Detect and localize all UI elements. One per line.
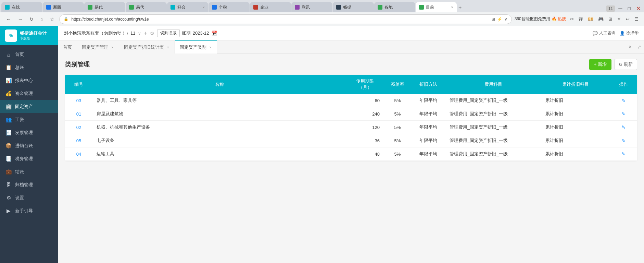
sidebar-item-archive[interactable]: 🗄 归档管理 [0,178,58,191]
expand-tabs-button[interactable]: ⤢ [634,44,644,50]
reload-button[interactable]: ↻ [27,15,36,23]
calendar-button[interactable]: 📅 [211,31,217,36]
sidebar-item-payroll[interactable]: 👥 工资 [0,113,58,126]
sidebar-label-ledger: 总账 [15,64,53,71]
url-bar[interactable]: 🔒 https://cloud.chanjet.com/accounting/u… [59,14,512,24]
edit-button[interactable]: ✎ [621,98,626,103]
tab-title-2: 新版 [53,4,80,10]
cut-icon-button[interactable]: ✂ [569,15,575,23]
browser-tab-9[interactable]: 畅提 [333,2,374,12]
menu-button[interactable]: ☰ [633,15,640,23]
browser-tab-1[interactable]: 在线 [1,2,42,12]
sidebar-item-inventory[interactable]: 📦 进销台账 [0,139,58,152]
browser-tab-7[interactable]: 企业 [250,2,291,12]
wallet-button[interactable]: 💴 [586,15,595,23]
sidebar-item-checkout[interactable]: 💼 结账 [0,165,58,178]
hot-label: 🔥 热搜 [552,16,566,22]
tab-close-5[interactable]: × [203,5,205,9]
cell-op[interactable]: ✎ [610,107,637,121]
tab-asset-category-close[interactable]: × [209,45,212,50]
cell-op[interactable]: ✎ [610,121,637,134]
browser-tab-3[interactable]: 易代 [84,2,125,12]
ledger-icon: 📋 [5,64,12,71]
maximize-button[interactable]: □ [626,5,633,12]
grid-button[interactable]: ⊞ [607,15,614,23]
sidebar-item-assets[interactable]: 🏢 固定资产 [0,100,58,113]
sidebar-label-assets: 固定资产 [15,104,53,110]
help-action[interactable]: 💬 人工咨询 [593,30,616,36]
brightness-button[interactable]: ☀ [616,15,622,23]
refresh-icon: ↻ [619,62,622,67]
sidebar-item-funds[interactable]: 💰 资金管理 [0,87,58,100]
cell-op[interactable]: ✎ [610,94,637,107]
security-lock-icon: 🔒 [64,17,68,21]
funds-icon: 💰 [5,91,12,97]
sidebar-item-home[interactable]: ⌂ 首页 [0,48,58,61]
bookmark-button[interactable]: ☆ [48,15,56,23]
add-button[interactable]: + 新增 [589,59,611,70]
tab-asset-depreciation[interactable]: 固定资产折旧统计表 × [119,40,175,53]
period-info: 切到旧版 账期 2023-12 📅 [157,29,217,37]
switch-version-button[interactable]: 切到旧版 [157,29,180,37]
edit-button[interactable]: ✎ [621,124,626,130]
cell-accum: 累计折旧 [541,121,610,134]
close-window-button[interactable]: ✕ [634,4,643,12]
edit-button[interactable]: ✎ [621,138,626,143]
user-label: 徐泽华 [626,30,639,36]
sidebar-item-reports[interactable]: 📊 报表中心 [0,74,58,87]
browser-tab-6[interactable]: 个税 [209,2,250,12]
minimize-button[interactable]: ─ [616,5,624,12]
sidebar-header: 畅 畅捷通好会计 专版版 [0,26,58,45]
table-row: 02 机器、机械和其他生产设备 120 5% 年限平均 管理费用_固定资产折旧_… [65,121,637,134]
tab-count-button[interactable]: 11 [606,5,615,12]
user-action[interactable]: 👤 徐泽华 [620,30,639,36]
undo-button[interactable]: ↩ [624,15,631,23]
sidebar-nav: ⌂ 首页 📋 总账 📊 报表中心 💰 资金管理 🏢 固定资产 👥 工资 [0,45,58,263]
expand-company-button[interactable]: ∨ [138,31,141,36]
game-button[interactable]: 🎮 [597,15,605,23]
user-avatar-icon: 👤 [620,31,625,36]
tab-close-11[interactable]: × [451,5,453,9]
lightning-button[interactable]: ⚡ [497,17,502,22]
sidebar-item-ledger[interactable]: 📋 总账 [0,61,58,74]
close-all-tabs-button[interactable]: × [626,44,634,50]
tab-asset-mgmt[interactable]: 固定资产管理 × [77,40,119,53]
tab-home[interactable]: 首页 [58,40,77,53]
forward-button[interactable]: → [16,15,25,23]
browser-tab-8[interactable]: 腾讯 [291,2,332,12]
cell-expense: 管理费用_固定资产折旧_一级 [445,94,541,107]
tab-asset-mgmt-close[interactable]: × [111,45,114,50]
sidebar-label-inventory: 进销台账 [15,143,53,149]
tab-asset-category-label: 固定资产类别 [180,44,206,50]
browser-tab-5[interactable]: 好会 × [167,2,208,12]
back-button[interactable]: ← [4,15,13,23]
qr-code-button[interactable]: ⊞ [492,17,495,22]
cell-code: 02 [65,121,92,134]
sidebar-item-tax[interactable]: 📑 税务管理 [0,152,58,165]
tab-asset-category[interactable]: 固定资产类别 × [175,40,217,53]
sidebar-item-settings[interactable]: ⚙ 设置 [0,191,58,204]
url-dropdown-button[interactable]: ∨ [504,17,507,22]
browser-tab-11[interactable]: 目前 × [416,2,457,12]
browser-tab-2[interactable]: 新版 [43,2,84,12]
table-row: 01 房屋及建筑物 240 5% 年限平均 管理费用_固定资产折旧_一级 累计折… [65,107,637,121]
sidebar-item-guide[interactable]: ▶ 新手引导 [0,204,58,217]
guide-icon: ▶ [5,208,12,214]
browser-tab-10[interactable]: 各地 [374,2,415,12]
edit-button[interactable]: ✎ [621,111,626,117]
sidebar-item-invoices[interactable]: 🧾 发票管理 [0,126,58,139]
edit-button[interactable]: ✎ [621,151,626,157]
new-tab-button[interactable]: + [457,3,463,12]
tab-asset-depreciation-close[interactable]: × [166,45,169,50]
cell-op[interactable]: ✎ [610,147,637,161]
home-button[interactable]: ⌂ [38,15,45,23]
refresh-button[interactable]: ↻ 刷新 [614,59,637,70]
cell-method: 年限平均 [411,121,445,134]
browser-tab-4[interactable]: 易代 [126,2,167,12]
cell-name: 电子设备 [92,134,346,147]
add-company-button[interactable]: + [144,30,147,36]
company-settings-button[interactable]: ⚙ [150,31,154,36]
cell-expense: 管理费用_固定资产折旧_一级 [445,147,541,161]
cell-op[interactable]: ✎ [610,134,637,147]
translate-button[interactable]: 译 [577,15,584,24]
